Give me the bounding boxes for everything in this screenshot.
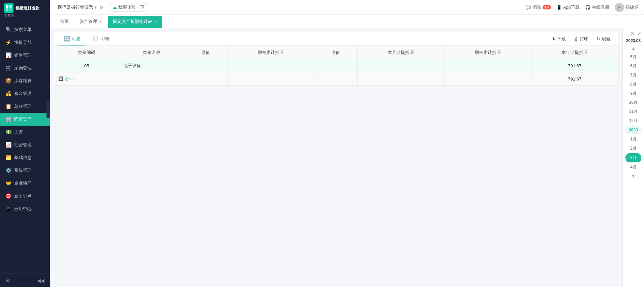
online-support-label: 在线客服 [592, 4, 609, 10]
sidebar-label-fixedassets: 固定资产 [14, 116, 32, 122]
subtotal-original [184, 72, 227, 86]
sidebar-label-quicknav: 快捷导航 [14, 39, 32, 45]
col-header-net: 净值 [314, 46, 357, 59]
topbar-left: 医疗器械行业演示 ▾ ⚙ ☁ 我要体验一下 [55, 3, 148, 12]
calendar-year-label: 2023.03 [623, 37, 644, 44]
col-header-original: 原值 [184, 46, 227, 59]
sidebar-label-guide: 新手引导 [14, 193, 32, 199]
calendar-month-6[interactable]: 6月 [623, 62, 644, 71]
panel-close-icon[interactable]: ✕ [630, 30, 635, 37]
sysmanage-icon: ⚙️ [5, 167, 11, 173]
cell-end-accum [444, 59, 531, 72]
summary-tab-label: 汇总 [72, 36, 81, 42]
table-container: 类别编码 类别名称 原值 期初累计折旧 净值 本月计提折旧 期末累计折旧 本年计… [54, 46, 618, 86]
inner-tab-summary[interactable]: 🔄 汇总 [59, 32, 85, 45]
download-button[interactable]: ⬇ 下载 [549, 35, 569, 43]
experience-label: 我要体验一下 [118, 4, 145, 10]
messages-button[interactable]: 💬 消息 99+ [526, 4, 551, 10]
inner-tab-detail[interactable]: 📄 明细 [88, 32, 114, 45]
fixedassets-icon: 🏢 [5, 116, 11, 122]
calendar-month-12[interactable]: 12月 [623, 116, 644, 125]
sidebar-item-cooperation[interactable]: 🤝 企业协同 [0, 177, 50, 190]
download-toolbar-icon: ⬇ [552, 36, 556, 41]
sidebar-item-ledger[interactable]: 📋 总账管理 [0, 100, 50, 113]
svg-rect-3 [9, 8, 12, 11]
subtotal-end-accum [444, 72, 531, 86]
company-selector[interactable]: 医疗器械行业演示 ▾ ⚙ [55, 3, 106, 12]
online-support-button[interactable]: 🎧 在线客服 [585, 4, 609, 10]
sidebar-item-basicinfo[interactable]: 🗂️ 基础信息 [0, 151, 50, 164]
messages-badge: 99+ [543, 5, 551, 9]
tab-depreciation-close[interactable]: ✕ [154, 20, 157, 24]
sidebar-item-finance[interactable]: 💰 资金管理 [0, 87, 50, 100]
sidebar-item-sales[interactable]: 📊 销售管理 [0, 49, 50, 62]
purchase-icon: 🛒 [5, 65, 11, 71]
sidebar-item-search[interactable]: 🔍 搜索菜单 [0, 23, 50, 36]
calendar-month-5[interactable]: 5月 [623, 53, 644, 62]
tab-assets-mgmt[interactable]: 资产管理 ✕ [75, 16, 107, 28]
inner-tabs: 🔄 汇总 📄 明细 ⬇ 下载 🖨 打印 [54, 32, 618, 46]
appcenter-icon: 📱 [5, 206, 11, 212]
panel-expand-icon[interactable]: ⤢ [637, 30, 642, 37]
print-button[interactable]: 🖨 打印 [571, 35, 591, 43]
messages-label: 消息 [532, 4, 541, 10]
sidebar-label-sales: 销售管理 [14, 52, 32, 58]
calendar-month-11[interactable]: 11月 [623, 107, 644, 116]
sidebar-item-guide[interactable]: 🎯 新手引导 [0, 190, 50, 202]
cell-name: 电子设备 [119, 59, 184, 72]
sidebar-scrolltrack [47, 101, 50, 118]
sidebar-item-appcenter[interactable]: 📱 应用中心 [0, 202, 50, 215]
cell-code: 05 [54, 59, 119, 72]
app-download-button[interactable]: 📱 App下载 [556, 4, 580, 10]
right-panel-controls: ✕ ⤢ [623, 28, 644, 37]
tab-home[interactable]: 首页 [55, 16, 73, 28]
sidebar-item-fixedassets[interactable]: 🏢 固定资产 [0, 113, 50, 126]
calendar-month-3[interactable]: 3月 [625, 153, 641, 162]
sidebar-item-payroll[interactable]: 💵 工资 [0, 126, 50, 138]
subtotal-initial [227, 72, 314, 86]
calendar-month-9[interactable]: 9月 [623, 89, 644, 98]
sidebar-item-sysmanage[interactable]: ⚙️ 系统管理 [0, 164, 50, 177]
avatar [615, 3, 624, 12]
refresh-button[interactable]: ↻ 刷新 [594, 35, 613, 43]
sidebar-item-inventory[interactable]: 📦 库存核算 [0, 74, 50, 87]
settings-icon[interactable]: ⚙ [5, 277, 10, 284]
calendar-month-4[interactable]: 4月 [623, 163, 644, 172]
tab-assets-close[interactable]: ✕ [99, 20, 102, 24]
refresh-label: 刷新 [602, 36, 610, 42]
collapse-icon[interactable]: ◀◀ [37, 278, 44, 283]
quicknav-icon: ⚡ [5, 39, 11, 45]
tab-depreciation-report[interactable]: 固定资产折旧统计表 ✕ [108, 16, 162, 28]
print-icon: 🖨 [574, 36, 578, 41]
subtotal-net [314, 72, 357, 86]
calendar-month-1[interactable]: 1月 [623, 135, 644, 144]
calendar-scroll-up[interactable]: ▲ [623, 44, 644, 53]
cooperation-icon: 🤝 [5, 180, 11, 186]
calendar-scroll-down[interactable]: ▼ [623, 172, 644, 180]
logo-icon [4, 3, 13, 13]
sidebar-item-purchase[interactable]: 🛒 采购管理 [0, 62, 50, 74]
col-header-name: 类别名称 [119, 46, 184, 59]
user-profile[interactable]: 畅捷通 [615, 3, 639, 12]
calendar-month-10[interactable]: 10月 [623, 98, 644, 107]
sidebar-item-quicknav[interactable]: ⚡ 快捷导航 [0, 36, 50, 49]
calendar-month-2[interactable]: 2月 [623, 144, 644, 153]
calendar-month-7[interactable]: 7月 [623, 71, 644, 80]
sidebar-logo: 畅捷通好业财 [4, 3, 46, 13]
sidebar-label-search: 搜索菜单 [14, 27, 32, 33]
sidebar-label-operations: 经营管理 [14, 142, 32, 148]
company-name: 医疗器械行业演示 [58, 4, 93, 10]
experience-button[interactable]: ☁ 我要体验一下 [109, 3, 148, 12]
sidebar-label-appcenter: 应用中心 [14, 206, 32, 212]
finance-icon: 💰 [5, 91, 11, 97]
cell-initial-accum [227, 59, 314, 72]
username-label: 畅捷通 [625, 4, 639, 10]
sidebar-item-operations[interactable]: 📈 经营管理 [0, 138, 50, 151]
svg-rect-2 [6, 8, 8, 11]
calendar-month-8[interactable]: 8月 [623, 80, 644, 89]
sidebar-label-finance: 资金管理 [14, 91, 32, 97]
col-header-monthly: 本月计提折旧 [357, 46, 444, 59]
subtotal-expand-icon[interactable]: 🔲 [58, 76, 63, 81]
cell-net [314, 59, 357, 72]
gear-icon[interactable]: ⚙ [99, 5, 103, 10]
